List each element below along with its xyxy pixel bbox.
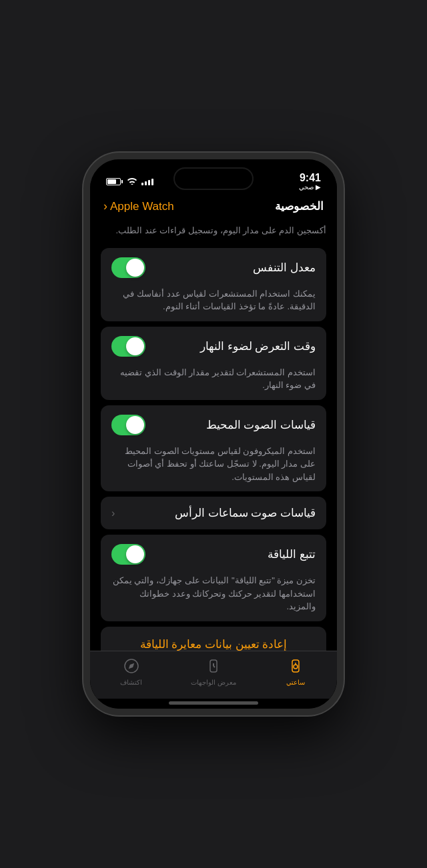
watch-faces-icon xyxy=(205,658,222,677)
back-chevron-icon: › xyxy=(103,199,107,213)
dynamic-island xyxy=(173,167,254,190)
tab-bar: اكتشاف معرض الواجهات xyxy=(90,651,337,699)
breathing-rate-toggle[interactable] xyxy=(111,257,145,278)
setting-row-breathing-rate: معدل التنفس xyxy=(101,248,326,287)
headphones-sound-label: قياسات صوت سماعات الرأس xyxy=(175,506,316,520)
my-watch-label: ساعتي xyxy=(286,679,305,686)
phone-frame: 9:41 صحي ▶ › Apple Watch الخصوصية أكسجين… xyxy=(83,153,344,715)
svg-point-6 xyxy=(294,665,298,669)
setting-card-breathing-rate: معدل التنفس يمكنك استخدام المستشعرات لقي… xyxy=(101,248,326,321)
fitness-tracking-toggle[interactable] xyxy=(111,544,145,565)
setting-row-daylight-exposure: وقت التعرض لضوء النهار xyxy=(101,327,326,366)
setting-card-daylight-exposure: وقت التعرض لضوء النهار استخدم المستشعرات… xyxy=(101,327,326,400)
setting-row-fitness-tracking: تتبع اللياقة xyxy=(101,535,326,574)
daylight-exposure-description: استخدم المستشعرات لتقدير مقدار الوقت الذ… xyxy=(101,366,326,400)
battery-icon xyxy=(106,178,123,185)
ambient-sound-description: استخدم الميكروفون لقياس مستويات الصوت ال… xyxy=(101,445,326,492)
ambient-sound-toggle[interactable] xyxy=(111,415,145,435)
signal-bars xyxy=(141,177,153,185)
setting-card-fitness-tracking: تتبع اللياقة تخزن ميزة "تتبع اللياقة" ال… xyxy=(101,535,326,621)
breathing-rate-description: يمكنك استخدام المستشعرات لقياس عدد أنفاس… xyxy=(101,287,326,321)
my-watch-icon xyxy=(288,658,304,677)
toggle-knob xyxy=(126,416,144,434)
setting-row-ambient-sound: قياسات الصوت المحيط xyxy=(101,405,326,445)
headphones-sound-chevron-icon: ‹ xyxy=(111,507,115,519)
home-indicator xyxy=(169,701,258,705)
back-button[interactable]: › Apple Watch xyxy=(103,199,174,213)
fitness-tracking-description: تخزن ميزة "تتبع اللياقة" البيانات على جه… xyxy=(101,574,326,621)
back-label: Apple Watch xyxy=(110,200,174,213)
status-right: 9:41 صحي ▶ xyxy=(299,172,321,191)
setting-card-headphones-sound[interactable]: قياسات صوت سماعات الرأس ‹ xyxy=(101,497,326,529)
tab-watch-faces[interactable]: معرض الواجهات xyxy=(172,658,254,686)
toggle-knob xyxy=(126,337,144,355)
tab-my-watch[interactable]: ساعتي xyxy=(255,658,337,686)
breathing-rate-label: معدل التنفس xyxy=(253,261,316,275)
daylight-exposure-toggle[interactable] xyxy=(111,336,145,357)
svg-marker-1 xyxy=(128,663,133,669)
svg-line-4 xyxy=(214,666,215,667)
watch-faces-label: معرض الواجهات xyxy=(191,679,236,686)
status-left xyxy=(106,177,153,186)
time-display: 9:41 xyxy=(300,172,321,184)
fitness-tracking-label: تتبع اللياقة xyxy=(268,547,316,561)
discover-label: اكتشاف xyxy=(120,679,142,686)
discover-icon xyxy=(123,658,139,677)
ambient-sound-label: قياسات الصوت المحيط xyxy=(206,418,316,432)
toggle-knob xyxy=(126,545,144,563)
daylight-exposure-label: وقت التعرض لضوء النهار xyxy=(200,339,316,353)
screen: 9:41 صحي ▶ › Apple Watch الخصوصية أكسجين… xyxy=(90,159,337,709)
reset-calibration-button[interactable]: إعادة تعيين بيانات معايرة اللياقة xyxy=(101,627,326,651)
reset-calibration-label: إعادة تعيين بيانات معايرة اللياقة xyxy=(140,638,288,651)
nav-header: › Apple Watch الخصوصية xyxy=(90,194,337,221)
setting-row-headphones-sound[interactable]: قياسات صوت سماعات الرأس ‹ xyxy=(101,497,326,529)
toggle-knob xyxy=(126,259,144,277)
tab-discover[interactable]: اكتشاف xyxy=(90,658,172,686)
content-scroll[interactable]: أكسجين الدم على مدار اليوم، وتسجيل قراءا… xyxy=(90,221,337,651)
setting-card-ambient-sound: قياسات الصوت المحيط استخدم الميكروفون لق… xyxy=(101,405,326,492)
page-title: الخصوصية xyxy=(275,199,324,213)
intro-text: أكسجين الدم على مدار اليوم، وتسجيل قراءا… xyxy=(101,221,326,248)
wifi-icon xyxy=(127,177,137,186)
health-label: صحي ▶ xyxy=(299,183,321,191)
